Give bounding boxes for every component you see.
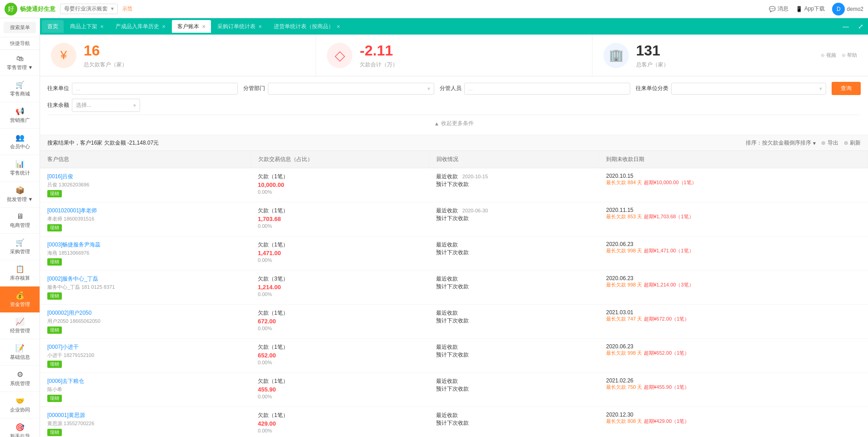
tab-purchase-stats[interactable]: 采购订单统计表 ✕ xyxy=(212,20,267,33)
sidebar-item-member[interactable]: 👥 会员中心 xyxy=(0,129,40,155)
demo-link[interactable]: 示范 xyxy=(122,5,132,12)
debt-info-cell: 欠款（1笔） 429.00 0.00% xyxy=(251,407,429,437)
video-btn[interactable]: ⊙ 视频 xyxy=(821,52,836,59)
tenant-selector[interactable]: 母婴行业演示账套 ▾ xyxy=(60,4,118,14)
return-info-cell: 最近收款 预计下次收款 xyxy=(429,407,599,437)
tab-expand-btn[interactable]: ⤢ xyxy=(855,22,866,31)
tab-goods-stats-close[interactable]: ✕ xyxy=(336,24,340,29)
tab-collapse-btn[interactable]: — xyxy=(840,22,852,31)
customer-name-link[interactable]: [0002]服务中心_丁磊 xyxy=(47,276,98,282)
return-info-cell: 最近收款 2020-10-15 预计下次收款 xyxy=(429,168,599,202)
overdue-link[interactable]: 超期¥1,471.00（1笔） xyxy=(644,248,694,253)
tab-goods-stats[interactable]: 进货单统计表（按商品） ✕ xyxy=(268,20,346,33)
customer-name-link[interactable]: [0016]吕俊 xyxy=(47,173,73,180)
table-container: 客户信息 欠款交易信息（占比） 回收情况 到期未收款日期 [0016]吕俊 吕俊… xyxy=(40,151,868,437)
debt-amount[interactable]: 429.00 xyxy=(258,420,421,427)
from-unit-dots: ... xyxy=(76,85,80,92)
next-collect-label: 预计下次收款 xyxy=(436,215,469,221)
export-btn[interactable]: ⊙ 导出 xyxy=(821,139,838,147)
debt-ratio: 0.00% xyxy=(258,257,421,263)
tab-customer-account-close[interactable]: ✕ xyxy=(202,24,206,29)
message-btn[interactable]: 💬 消息 xyxy=(769,5,788,13)
sidebar-item-purchase[interactable]: 🛒 采购管理 xyxy=(0,234,40,260)
sort-selector[interactable]: 排序：按欠款金额倒序排序 ▾ xyxy=(746,139,816,147)
quick-nav[interactable]: 零售管理 快捷导航 xyxy=(0,37,40,50)
tab-purchase-stats-label: 采购订单统计表 xyxy=(217,23,256,30)
debt-amount[interactable]: 672.00 xyxy=(258,318,421,325)
debt-count: 欠款（1笔） xyxy=(258,343,421,351)
refresh-btn[interactable]: ⊙ 刷新 xyxy=(844,139,861,147)
sidebar-item-finance[interactable]: 💰 资金管理 xyxy=(0,286,40,313)
customer-name-link[interactable]: [0003]畅捷服务尹海蕊 xyxy=(47,241,100,248)
enterprise-icon: 🤝 xyxy=(0,397,40,405)
customer-name-link[interactable]: [000001]黄思源 xyxy=(47,412,85,418)
overdue-link[interactable]: 超期¥1,703.68（1笔） xyxy=(644,214,694,219)
sidebar-item-basic-info[interactable]: 📝 基础信息 xyxy=(0,339,40,366)
overdue-link[interactable]: 超期¥672.00（1笔） xyxy=(644,316,690,321)
sidebar-item-marketing[interactable]: 📢 营销推广 xyxy=(0,102,40,129)
tab-customer-account[interactable]: 客户账本 ✕ xyxy=(172,20,211,33)
tab-product-listing[interactable]: 商品上下架 ✕ xyxy=(65,20,109,33)
customer-tag: 现销 xyxy=(47,258,62,266)
overdue-link[interactable]: 超期¥429.00（1笔） xyxy=(644,418,690,424)
overdue-link[interactable]: 超期¥455.90（1笔） xyxy=(644,384,690,390)
sidebar-item-ecommerce[interactable]: 🖥 电商管理 xyxy=(0,208,40,234)
help-btn[interactable]: ⊙ 帮助 xyxy=(842,52,857,59)
customer-tag: 现销 xyxy=(47,395,62,402)
dept-select[interactable]: ▾ xyxy=(268,83,434,95)
tab-purchase-stats-close[interactable]: ✕ xyxy=(258,24,262,29)
refresh-icon: ⊙ xyxy=(844,140,848,146)
debt-amount[interactable]: 1,214.00 xyxy=(258,284,421,291)
customer-name-link[interactable]: [0001020001]孝老师 xyxy=(47,207,97,214)
unit-category-select[interactable]: ▾ xyxy=(671,83,826,95)
customer-name-link[interactable]: [0006]去下粮仓 xyxy=(47,378,84,384)
overdue-link[interactable]: 超期¥10,000.00（1笔） xyxy=(644,180,697,185)
customer-tag: 现销 xyxy=(47,326,62,334)
debt-amount[interactable]: 652.00 xyxy=(258,352,421,359)
overdue-link[interactable]: 超期¥652.00（1笔） xyxy=(644,350,690,356)
user-menu[interactable]: D demo2 xyxy=(832,3,863,15)
tab-home-label: 首页 xyxy=(47,23,58,30)
max-overdue-label: 最长欠款 747 天 xyxy=(606,316,644,321)
next-collect-label: 预计下次收款 xyxy=(436,249,469,256)
tab-product-history[interactable]: 产成品入库单历史 ✕ xyxy=(110,20,171,33)
sidebar-item-retail-stats[interactable]: 📊 零售统计 xyxy=(0,155,40,181)
export-icon: ⊙ xyxy=(821,140,826,146)
debt-amount[interactable]: 10,000.00 xyxy=(258,181,421,188)
debt-ratio: 0.00% xyxy=(258,394,421,399)
sidebar-item-enterprise[interactable]: 🤝 企业协同 xyxy=(0,392,40,418)
remain-select[interactable]: 选择... ▾ xyxy=(72,99,140,112)
manager-input[interactable]: ... xyxy=(464,83,630,95)
tab-product-listing-close[interactable]: ✕ xyxy=(100,24,104,29)
sidebar-item-inventory[interactable]: 📋 库存核算 xyxy=(0,260,40,286)
debt-amount[interactable]: 1,703.68 xyxy=(258,216,421,222)
due-date-cell: 2020.11.15 最长欠款 853 天 超期¥1,703.68（1笔） xyxy=(599,202,868,236)
from-unit-input[interactable]: ... xyxy=(72,83,238,95)
sidebar-item-system[interactable]: ⚙ 系统管理 xyxy=(0,366,40,392)
search-menu-btn[interactable]: 搜索菜单 xyxy=(4,22,36,33)
sidebar-item-retail-store[interactable]: 🛒 零售商城 xyxy=(0,76,40,102)
sidebar-item-batch-mgmt[interactable]: 📦 批发管理 ▼ xyxy=(0,181,40,208)
search-btn[interactable]: 查询 xyxy=(832,82,861,95)
due-date: 2020.10.15 xyxy=(606,173,861,179)
customer-contact: 服务中心_丁磊 181 0125 8371 xyxy=(47,284,243,291)
app-name: 畅捷通好生意 xyxy=(20,5,55,13)
sidebar-item-newbie[interactable]: 🎯 新手引导 xyxy=(0,418,40,437)
debt-amount[interactable]: 1,471.00 xyxy=(258,250,421,256)
debt-ratio: 0.00% xyxy=(258,360,421,365)
collapse-btn[interactable]: ▲ 收起更多条件 xyxy=(47,118,861,129)
app-download-btn[interactable]: 📱 App下载 xyxy=(796,5,825,13)
customer-tag: 现销 xyxy=(47,429,62,436)
marketing-icon: 📢 xyxy=(0,107,40,116)
manager-dots: ... xyxy=(468,85,473,92)
tab-product-history-close[interactable]: ✕ xyxy=(162,24,166,29)
sidebar-item-retail-mgmt[interactable]: 🛍 零售管理 ▼ xyxy=(0,50,40,76)
sidebar-item-operation[interactable]: 📈 经营管理 xyxy=(0,313,40,339)
unit-category-label: 往来单位分类 xyxy=(636,85,668,92)
customer-name-link[interactable]: [0007]小进干 xyxy=(47,344,79,350)
stat-actions: ⊙ 视频 ⊙ 帮助 xyxy=(821,52,857,59)
customer-name-link[interactable]: [000002]用户2050 xyxy=(47,310,91,316)
tab-home[interactable]: 首页 xyxy=(42,20,64,33)
debt-amount[interactable]: 455.90 xyxy=(258,386,421,393)
overdue-link[interactable]: 超期¥1,214.00（3笔） xyxy=(644,282,694,287)
